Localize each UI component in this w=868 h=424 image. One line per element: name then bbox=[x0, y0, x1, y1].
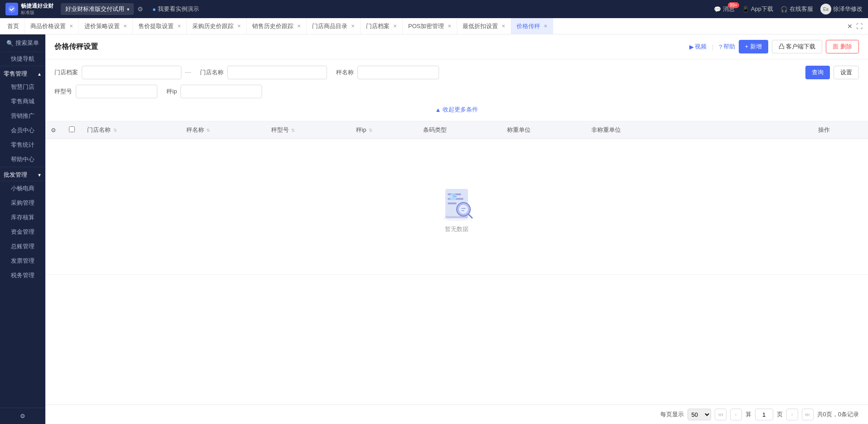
prev-page-button[interactable]: ‹ bbox=[730, 409, 742, 420]
online-service-button[interactable]: 🎧 在线客服 bbox=[780, 5, 813, 13]
version-label: 好业财标准版交付试用 bbox=[65, 5, 124, 13]
sidebar-item-general-ledger[interactable]: 总账管理 bbox=[0, 239, 45, 254]
settings-icon[interactable]: ⚙ bbox=[137, 5, 143, 13]
close-icon[interactable]: ✕ bbox=[502, 24, 505, 29]
pagination-bar: 每页显示 10 20 50 100 ⏮ ‹ 算 页 › ⏭ 共0页，0条记录 bbox=[45, 405, 868, 424]
scale-ip-input[interactable] bbox=[180, 85, 262, 98]
tab-sale-history[interactable]: 销售历史价跟踪 ✕ bbox=[247, 18, 307, 34]
version-selector[interactable]: 好业财标准版交付试用 ▾ bbox=[61, 3, 134, 15]
tab-store-profile[interactable]: 门店档案 ✕ bbox=[361, 18, 403, 34]
tab-pos-management[interactable]: POS加密管理 ✕ bbox=[403, 18, 457, 34]
table-checkbox-col bbox=[63, 121, 82, 139]
sidebar-group-retail-header[interactable]: 零售管理 ▲ bbox=[0, 66, 45, 80]
close-icon[interactable]: ✕ bbox=[123, 24, 127, 29]
maximize-tab-button[interactable]: ⛶ bbox=[856, 23, 863, 30]
scale-name-label: 秤名称 bbox=[336, 68, 354, 77]
filter-area: 门店档案 ··· 门店名称 秤名称 查询 设置 bbox=[45, 59, 868, 121]
scale-name-input[interactable] bbox=[357, 66, 439, 79]
sidebar-item-xiaochang[interactable]: 小畅电商 bbox=[0, 181, 45, 196]
last-page-button[interactable]: ⏭ bbox=[802, 409, 814, 420]
page-input[interactable] bbox=[755, 409, 773, 420]
empty-illustration bbox=[434, 180, 479, 225]
video-label: 视频 bbox=[695, 43, 707, 51]
app-download-button[interactable]: 📱 App下载 bbox=[742, 5, 773, 13]
app-sub: 标准版 bbox=[21, 10, 54, 15]
help-link[interactable]: ? 帮助 bbox=[719, 43, 735, 51]
sidebar-settings[interactable]: ⚙ bbox=[0, 408, 45, 424]
sidebar-item-member[interactable]: 会员中心 bbox=[0, 123, 45, 138]
sidebar-group-wholesale-header[interactable]: 批发管理 ▼ bbox=[0, 167, 45, 181]
user-menu-button[interactable]: Ea 徐泽华修改 bbox=[820, 4, 863, 14]
download-button[interactable]: 凸 客户端下载 bbox=[772, 40, 823, 53]
first-page-button[interactable]: ⏮ bbox=[715, 409, 727, 420]
bell-icon: 💬 bbox=[714, 6, 721, 13]
tab-price-setting[interactable]: 商品价格设置 ✕ bbox=[25, 18, 79, 34]
settings-button[interactable]: 设置 bbox=[834, 66, 859, 79]
messages-button[interactable]: 💬 消息 99+ bbox=[714, 5, 735, 13]
select-all-checkbox[interactable] bbox=[69, 126, 75, 132]
more-options-icon[interactable]: ··· bbox=[185, 68, 191, 77]
tab-store-catalog-label: 门店商品目录 bbox=[312, 22, 347, 30]
page-label: 算 bbox=[746, 410, 751, 419]
chevron-down-icon: ▼ bbox=[37, 173, 42, 178]
tab-min-discount[interactable]: 最低折扣设置 ✕ bbox=[457, 18, 511, 34]
delete-button[interactable]: 面 删除 bbox=[826, 40, 859, 53]
tab-store-catalog[interactable]: 门店商品目录 ✕ bbox=[307, 18, 361, 34]
add-button[interactable]: + 新增 bbox=[739, 40, 768, 53]
online-service-label: 在线客服 bbox=[790, 5, 813, 13]
tab-home[interactable]: 首页 bbox=[2, 18, 25, 34]
tab-price-scale[interactable]: 价格传秤 ✕ bbox=[511, 18, 553, 34]
help-center-label: 帮助中心 bbox=[11, 156, 34, 163]
scale-model-input[interactable] bbox=[76, 85, 157, 98]
tab-bar: 首页 商品价格设置 ✕ 进价策略设置 ✕ 售价提取设置 ✕ 采购历史价跟踪 ✕ … bbox=[0, 18, 868, 34]
collapse-bar: ▲ 收起更多条件 bbox=[54, 104, 859, 117]
close-icon[interactable]: ✕ bbox=[393, 24, 397, 29]
col-scale-model: 秤型号 ⇅ bbox=[266, 121, 351, 139]
close-icon[interactable]: ✕ bbox=[297, 24, 301, 29]
col-weight-unit: 称重单位 bbox=[502, 121, 585, 139]
filter-store-profile: 门店档案 ··· bbox=[54, 66, 191, 79]
query-button[interactable]: 查询 bbox=[805, 66, 830, 79]
sidebar-quick-nav[interactable]: 快捷导航 bbox=[0, 52, 45, 66]
demo-button[interactable]: ● 我要看实例演示 bbox=[152, 5, 199, 13]
page-header: 价格传秤设置 ▶ 视频 | ? 帮助 + 新增 凸 客户端下载 面 删除 bbox=[45, 34, 868, 59]
close-icon[interactable]: ✕ bbox=[544, 24, 547, 29]
sidebar-item-stock[interactable]: 库存核算 bbox=[0, 210, 45, 225]
video-link[interactable]: ▶ 视频 bbox=[689, 43, 707, 51]
tab-purchase-strategy[interactable]: 进价策略设置 ✕ bbox=[79, 18, 133, 34]
sidebar-search[interactable]: 🔍 搜索菜单 bbox=[0, 34, 45, 52]
col-scale-name: 秤名称 ⇅ bbox=[181, 121, 266, 139]
app-name: 畅捷通好业财 bbox=[21, 3, 54, 10]
filter-scale-name: 秤名称 bbox=[336, 66, 439, 79]
sidebar-item-marketing[interactable]: 营销推广 bbox=[0, 109, 45, 123]
sidebar-item-smart-store[interactable]: 智慧门店 bbox=[0, 80, 45, 94]
close-icon[interactable]: ✕ bbox=[448, 24, 451, 29]
close-icon[interactable]: ✕ bbox=[351, 24, 355, 29]
logo-icon bbox=[5, 3, 18, 15]
retail-mall-label: 零售商城 bbox=[11, 98, 34, 105]
sidebar-item-purchase[interactable]: 采购管理 bbox=[0, 196, 45, 210]
per-page-select[interactable]: 10 20 50 100 bbox=[688, 409, 711, 420]
sidebar-item-retail-mall[interactable]: 零售商城 bbox=[0, 94, 45, 109]
tab-purchase-history[interactable]: 采购历史价跟踪 ✕ bbox=[187, 18, 247, 34]
tab-min-discount-label: 最低折扣设置 bbox=[463, 22, 498, 30]
store-name-input[interactable] bbox=[227, 66, 327, 79]
col-non-weight-unit: 非称重单位 bbox=[586, 121, 813, 139]
sidebar-item-tax[interactable]: 税务管理 bbox=[0, 268, 45, 283]
table-settings-icon[interactable]: ⚙ bbox=[51, 127, 56, 134]
sidebar-item-help-center[interactable]: 帮助中心 bbox=[0, 152, 45, 167]
next-page-button[interactable]: › bbox=[786, 409, 798, 420]
close-icon[interactable]: ✕ bbox=[69, 24, 73, 29]
store-profile-input[interactable] bbox=[82, 66, 181, 79]
table-settings-col: ⚙ bbox=[45, 121, 63, 139]
sidebar-item-retail-stats[interactable]: 零售统计 bbox=[0, 138, 45, 152]
sidebar-item-finance[interactable]: 资金管理 bbox=[0, 225, 45, 239]
close-icon[interactable]: ✕ bbox=[237, 24, 241, 29]
tab-sale-price[interactable]: 售价提取设置 ✕ bbox=[133, 18, 187, 34]
collapse-button[interactable]: ▲ 收起更多条件 bbox=[435, 106, 478, 114]
close-tab-button[interactable]: ✕ bbox=[847, 23, 853, 30]
top-bar-right: 💬 消息 99+ 📱 App下载 🎧 在线客服 Ea 徐泽华修改 bbox=[714, 4, 863, 14]
close-icon[interactable]: ✕ bbox=[177, 24, 181, 29]
marketing-label: 营销推广 bbox=[11, 112, 34, 119]
sidebar-item-invoice[interactable]: 发票管理 bbox=[0, 254, 45, 268]
